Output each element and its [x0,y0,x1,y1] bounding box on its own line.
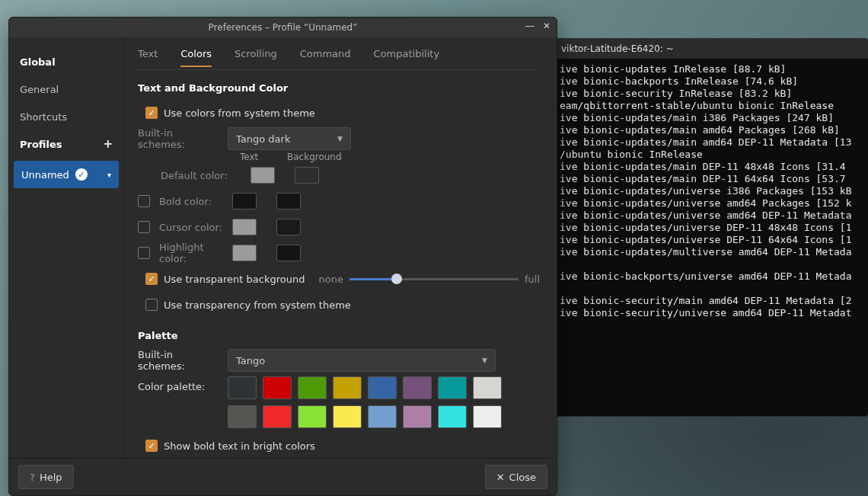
sidebar-global[interactable]: Global [9,48,123,75]
lbl-bold-bright: Show bold text in bright colors [164,440,315,452]
close-label: Close [509,472,536,483]
terminal-title: viktor-Latitude-E6420: ~ [555,39,868,59]
palette-swatch-11[interactable] [333,405,362,428]
main-panel: Text Colors Scrolling Command Compatibil… [124,37,557,458]
swatch-highlight-text[interactable] [232,245,257,261]
chevron-down-icon: ▼ [337,135,343,142]
close-window-button[interactable]: ✕ [541,21,552,31]
chevron-down-icon[interactable]: ▾ [107,171,111,179]
add-profile-icon[interactable]: + [103,137,113,151]
lbl-none: none [318,274,343,285]
lbl-transparent-bg: Use transparent background [164,274,305,285]
profile-active-icon: ✓ [75,168,88,181]
sidebar: Global General Shortcuts Profiles + Unna… [9,37,124,458]
chk-transparent-bg[interactable]: ✓ [145,273,158,285]
swatch-default-bg[interactable] [295,167,319,184]
palette-swatch-8[interactable] [228,405,257,428]
col-bg: Background [287,152,342,162]
tab-colors[interactable]: Colors [180,48,212,67]
minimize-button[interactable]: ― [525,21,535,31]
palette-swatch-4[interactable] [368,376,397,399]
tab-compatibility[interactable]: Compatibility [374,48,440,66]
transparency-slider[interactable] [349,271,519,286]
terminal-window[interactable]: viktor-Latitude-E6420: ~ ive bionic-upda… [554,38,868,417]
chk-highlight[interactable] [138,247,150,259]
close-button[interactable]: ✕Close [485,465,547,489]
sidebar-shortcuts[interactable]: Shortcuts [9,103,123,130]
palette-swatch-1[interactable] [263,376,292,399]
swatch-bold-bg[interactable] [276,193,301,210]
palette-swatch-0[interactable] [228,376,257,399]
tabs: Text Colors Scrolling Command Compatibil… [138,48,540,70]
palette-swatch-14[interactable] [438,405,467,428]
help-button[interactable]: ?Help [18,465,74,489]
chk-use-system-theme[interactable]: ✓ [145,107,158,119]
palette-swatch-10[interactable] [298,405,327,428]
combo-palette-scheme[interactable]: Tango ▼ [228,349,496,372]
preferences-dialog: Preferences – Profile “Unnamed” ― ✕ Glob… [8,17,557,496]
chk-bold[interactable] [138,195,150,207]
dialog-title: Preferences – Profile “Unnamed” [209,22,358,33]
swatch-highlight-bg[interactable] [276,245,301,261]
lbl-builtin-schemes: Built-in schemes: [138,127,222,150]
help-label: Help [40,472,62,483]
sidebar-profile-unnamed[interactable]: Unnamed ✓ ▾ [14,161,119,188]
lbl-sys-transparency: Use transparency from system theme [164,299,351,311]
palette-swatch-15[interactable] [473,405,502,428]
palette-swatch-2[interactable] [298,376,327,399]
palette-swatch-13[interactable] [403,405,432,428]
swatch-default-text[interactable] [251,167,275,184]
close-icon: ✕ [496,472,505,483]
combo-scheme[interactable]: Tango dark ▼ [228,127,351,150]
section-text-bg: Text and Background Color [138,82,540,94]
chk-cursor[interactable] [138,221,150,233]
palette-swatch-9[interactable] [263,405,292,428]
palette-swatch-5[interactable] [403,376,432,399]
chk-sys-transparency[interactable] [145,299,158,311]
lbl-cursor: Cursor color: [159,222,226,233]
tab-command[interactable]: Command [300,48,351,66]
chk-bold-bright[interactable]: ✓ [145,440,158,452]
sidebar-profiles[interactable]: Profiles + [9,130,123,158]
swatch-bold-text[interactable] [232,193,257,210]
combo-scheme-value: Tango dark [236,133,330,145]
tab-text[interactable]: Text [138,48,158,66]
lbl-full: full [525,274,540,285]
dialog-footer: ?Help ✕Close [9,458,557,495]
combo-palette-value: Tango [236,355,474,366]
lbl-use-system-theme: Use colors from system theme [164,107,315,119]
section-palette: Palette [138,330,540,341]
chevron-down-icon: ▼ [482,357,487,364]
lbl-bold: Bold color: [159,196,226,207]
col-text: Text [240,152,269,162]
tab-scrolling[interactable]: Scrolling [235,48,277,66]
profile-name: Unnamed [21,169,69,181]
lbl-color-palette: Color palette: [138,376,222,392]
lbl-palette-schemes: Built-in schemes: [138,349,222,372]
palette-swatch-12[interactable] [368,405,397,428]
sidebar-general[interactable]: General [9,75,123,103]
palette-swatch-7[interactable] [473,376,502,399]
swatch-cursor-text[interactable] [232,219,257,235]
help-icon: ? [30,472,35,483]
palette-swatch-3[interactable] [333,376,362,399]
lbl-highlight: Highlight color: [159,242,226,264]
terminal-output: ive bionic-updates InRelease [88.7 kB] i… [555,59,868,324]
lbl-default: Default color: [161,170,244,181]
swatch-cursor-bg[interactable] [276,219,301,235]
dialog-titlebar[interactable]: Preferences – Profile “Unnamed” ― ✕ [9,18,557,37]
palette-swatch-6[interactable] [438,376,467,399]
palette-grid [228,376,509,428]
